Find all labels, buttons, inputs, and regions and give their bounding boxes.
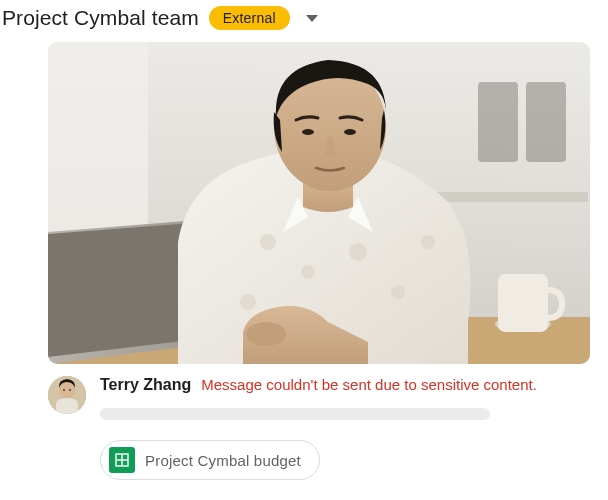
svg-point-12 [421, 235, 435, 249]
svg-point-15 [344, 129, 356, 135]
svg-point-19 [63, 389, 65, 391]
svg-rect-2 [478, 82, 518, 162]
svg-point-7 [260, 234, 276, 250]
message-content: Terry Zhang Message couldn't be sent due… [100, 376, 608, 420]
chevron-down-icon[interactable] [306, 15, 318, 22]
error-message: Message couldn't be sent due to sensitiv… [201, 376, 537, 393]
avatar[interactable] [48, 376, 86, 414]
room-title[interactable]: Project Cymbal team [2, 6, 199, 30]
svg-point-8 [301, 265, 315, 279]
svg-point-11 [240, 294, 256, 310]
svg-rect-3 [526, 82, 566, 162]
message-header: Terry Zhang Message couldn't be sent due… [100, 376, 608, 394]
svg-point-16 [246, 322, 286, 346]
chat-header: Project Cymbal team External [0, 0, 608, 36]
svg-point-20 [69, 389, 71, 391]
attachment-chip[interactable]: Project Cymbal budget [100, 440, 320, 480]
attachment-filename: Project Cymbal budget [145, 452, 301, 469]
sheets-icon [109, 447, 135, 473]
svg-point-10 [391, 285, 405, 299]
message-row: Terry Zhang Message couldn't be sent due… [48, 376, 608, 420]
sender-name: Terry Zhang [100, 376, 191, 394]
svg-point-9 [349, 243, 367, 261]
hero-image [48, 42, 590, 364]
message-placeholder-bar [100, 408, 490, 420]
svg-rect-4 [428, 192, 588, 202]
external-badge: External [209, 6, 290, 30]
svg-point-14 [302, 129, 314, 135]
